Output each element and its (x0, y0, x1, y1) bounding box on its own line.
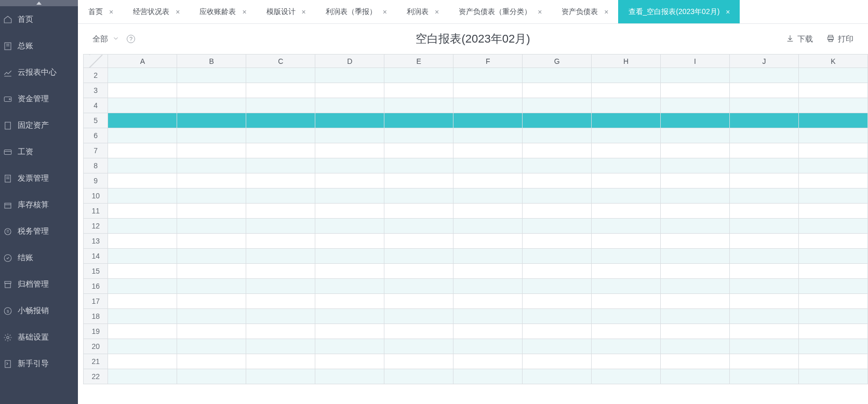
cell-K6[interactable] (799, 128, 868, 143)
cell-I21[interactable] (661, 354, 730, 369)
cell-J19[interactable] (730, 324, 799, 339)
cell-D20[interactable] (315, 339, 384, 354)
cell-K4[interactable] (799, 98, 868, 113)
print-button[interactable]: 打印 (826, 34, 853, 44)
cell-A19[interactable] (108, 324, 177, 339)
cell-B5[interactable] (177, 113, 246, 128)
cell-B16[interactable] (177, 279, 246, 294)
cell-J18[interactable] (730, 309, 799, 324)
cell-B4[interactable] (177, 98, 246, 113)
cell-F22[interactable] (453, 369, 523, 384)
row-header-19[interactable]: 19 (84, 324, 108, 339)
cell-A2[interactable] (108, 68, 177, 83)
cell-I5[interactable] (661, 113, 730, 128)
cell-K8[interactable] (799, 158, 868, 173)
col-header-A[interactable]: A (108, 55, 177, 68)
cell-H9[interactable] (592, 173, 661, 188)
cell-I18[interactable] (661, 309, 730, 324)
cell-J8[interactable] (730, 158, 799, 173)
cell-J6[interactable] (730, 128, 799, 143)
cell-C13[interactable] (246, 234, 315, 249)
row-header-20[interactable]: 20 (84, 339, 108, 354)
cell-I7[interactable] (661, 143, 730, 158)
cell-F13[interactable] (453, 234, 523, 249)
cell-H6[interactable] (592, 128, 661, 143)
cell-K22[interactable] (799, 369, 868, 384)
cell-C2[interactable] (246, 68, 315, 83)
cell-B11[interactable] (177, 204, 246, 219)
cell-A14[interactable] (108, 249, 177, 264)
cell-H11[interactable] (592, 204, 661, 219)
sidebar-item-9[interactable]: 结账 (0, 245, 78, 271)
tab-3[interactable]: 模版设计× (256, 0, 315, 23)
cell-E20[interactable] (384, 339, 453, 354)
cell-J21[interactable] (730, 354, 799, 369)
cell-F11[interactable] (453, 204, 523, 219)
cell-F15[interactable] (453, 264, 523, 279)
cell-K18[interactable] (799, 309, 868, 324)
cell-K17[interactable] (799, 294, 868, 309)
cell-D6[interactable] (315, 128, 384, 143)
cell-D15[interactable] (315, 264, 384, 279)
cell-B7[interactable] (177, 143, 246, 158)
cell-B21[interactable] (177, 354, 246, 369)
cell-J22[interactable] (730, 369, 799, 384)
sidebar-item-5[interactable]: 工资 (0, 139, 78, 165)
cell-H4[interactable] (592, 98, 661, 113)
cell-H2[interactable] (592, 68, 661, 83)
sidebar-item-10[interactable]: 归档管理 (0, 271, 78, 298)
close-icon[interactable]: × (301, 7, 307, 17)
cell-D7[interactable] (315, 143, 384, 158)
cell-B12[interactable] (177, 219, 246, 234)
cell-E8[interactable] (384, 158, 453, 173)
cell-J11[interactable] (730, 204, 799, 219)
row-header-11[interactable]: 11 (84, 204, 108, 219)
cell-C10[interactable] (246, 188, 315, 204)
cell-D14[interactable] (315, 249, 384, 264)
cell-J9[interactable] (730, 173, 799, 188)
cell-F12[interactable] (453, 219, 523, 234)
row-header-15[interactable]: 15 (84, 264, 108, 279)
cell-E19[interactable] (384, 324, 453, 339)
cell-E7[interactable] (384, 143, 453, 158)
sidebar-scroll-up[interactable] (0, 0, 78, 6)
cell-K7[interactable] (799, 143, 868, 158)
cell-H18[interactable] (592, 309, 661, 324)
cell-G10[interactable] (523, 188, 592, 204)
cell-B20[interactable] (177, 339, 246, 354)
filter-dropdown[interactable]: 全部 ? (92, 34, 135, 44)
cell-C12[interactable] (246, 219, 315, 234)
cell-A17[interactable] (108, 294, 177, 309)
cell-A7[interactable] (108, 143, 177, 158)
cell-G5[interactable] (523, 113, 592, 128)
cell-F10[interactable] (453, 188, 523, 204)
col-header-F[interactable]: F (453, 55, 523, 68)
cell-J17[interactable] (730, 294, 799, 309)
cell-J12[interactable] (730, 219, 799, 234)
cell-E13[interactable] (384, 234, 453, 249)
cell-G4[interactable] (523, 98, 592, 113)
cell-J14[interactable] (730, 249, 799, 264)
col-header-B[interactable]: B (177, 55, 246, 68)
cell-D2[interactable] (315, 68, 384, 83)
cell-A15[interactable] (108, 264, 177, 279)
close-icon[interactable]: × (434, 7, 440, 17)
cell-E2[interactable] (384, 68, 453, 83)
cell-D21[interactable] (315, 354, 384, 369)
cell-K14[interactable] (799, 249, 868, 264)
cell-H8[interactable] (592, 158, 661, 173)
cell-H5[interactable] (592, 113, 661, 128)
close-icon[interactable]: × (382, 7, 388, 17)
row-header-7[interactable]: 7 (84, 143, 108, 158)
cell-A20[interactable] (108, 339, 177, 354)
row-header-6[interactable]: 6 (84, 128, 108, 143)
cell-K11[interactable] (799, 204, 868, 219)
cell-C18[interactable] (246, 309, 315, 324)
cell-H10[interactable] (592, 188, 661, 204)
cell-H20[interactable] (592, 339, 661, 354)
cell-I9[interactable] (661, 173, 730, 188)
cell-C17[interactable] (246, 294, 315, 309)
cell-C15[interactable] (246, 264, 315, 279)
cell-G8[interactable] (523, 158, 592, 173)
cell-F18[interactable] (453, 309, 523, 324)
